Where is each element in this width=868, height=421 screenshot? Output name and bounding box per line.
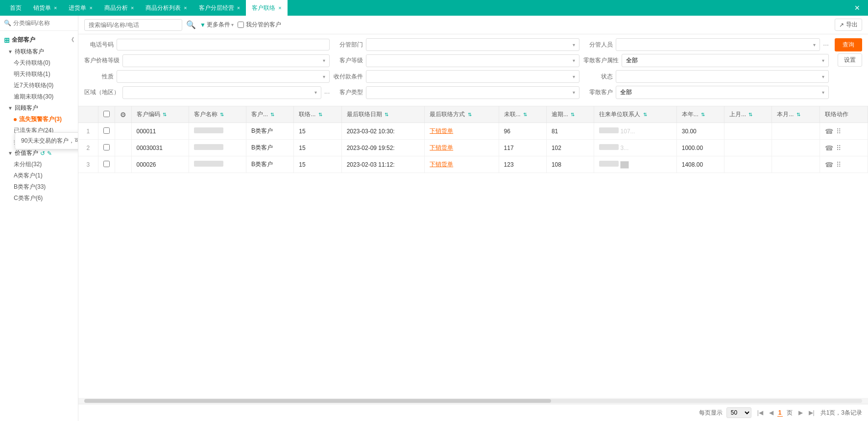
filter-customer-grade-select[interactable]: ▾ [366,54,579,67]
filter-scatter-attr-select[interactable]: 全部▾ [622,54,829,67]
sort-date-icon[interactable]: ⇅ [385,112,388,117]
sort-uncontact-icon[interactable]: ⇅ [523,112,527,117]
my-customer-filter[interactable]: 我分管的客户 [238,21,281,29]
filter-dept-label: 分管部门 [334,41,363,49]
nav-home[interactable]: 首页 [4,0,27,16]
more-filter-button[interactable]: ▼ 更多条件 ▾ [200,21,234,29]
filter-region-select[interactable]: ▾ [122,86,321,99]
sidebar-item-churn-warning[interactable]: 流失预警客户(3) [8,114,74,125]
filter-payment-select[interactable]: ▾ [366,70,579,83]
cell-name [189,156,246,173]
nav-customer-contact[interactable]: 客户联络 × [246,0,287,16]
sort-name-icon[interactable]: ⇅ [220,112,224,117]
action-phone-icon[interactable]: ☎ [825,127,833,135]
sort-method-icon[interactable]: ⇅ [468,112,472,117]
settings-button[interactable]: 设置 [838,53,862,67]
my-customer-checkbox[interactable] [238,22,244,28]
sidebar-item-today[interactable]: 今天待联络(0) [8,57,74,69]
scrollbar-track[interactable] [84,399,862,403]
refresh-icon[interactable]: ↺ [40,150,45,157]
cell-type: B类客户 [246,123,293,140]
cell-overdue: 108 [546,156,594,173]
filter-nature-select[interactable]: ▾ [117,70,330,83]
action-more-icon[interactable]: ⠿ [836,161,841,169]
sort-month-icon[interactable]: ⇅ [796,112,800,117]
filter-icon: ▼ [200,22,206,28]
filter-person-more[interactable]: ··· [823,41,829,49]
sort-code-icon[interactable]: ⇅ [163,112,167,117]
window-close-button[interactable]: ✕ [850,4,864,12]
query-button[interactable]: 查询 [835,38,862,51]
sidebar-group-review-title[interactable]: ▼ 回顾客户 [8,102,74,114]
sort-type-icon[interactable]: ⇅ [270,112,274,117]
filter-person-select[interactable]: ▾ [616,38,820,51]
sort-overdue-icon[interactable]: ⇅ [571,112,575,117]
cell-checkbox[interactable] [98,123,115,140]
search-input[interactable] [84,19,182,31]
nav-close-sales[interactable]: × [54,5,57,11]
filter-region-more[interactable]: ··· [324,89,330,97]
nav-close-analysis[interactable]: × [131,5,134,11]
sort-person-icon[interactable]: ⇅ [643,112,647,117]
first-page-button[interactable]: |◀ [755,408,765,417]
gear-icon[interactable]: ⚙ [120,111,126,119]
nav-sales-order[interactable]: 销货单 × [27,0,63,16]
action-phone-icon[interactable]: ☎ [825,161,833,169]
sidebar-all-customers[interactable]: ⊞ 全部客户 《 [4,34,74,46]
cell-last-month [724,140,772,156]
cell-last-method[interactable]: 下销货单 [425,140,499,156]
filter-scatter-select[interactable]: 全部▾ [616,86,829,99]
sidebar-item-class-b[interactable]: B类客户(33) [8,181,74,193]
col-action: 联络动作 [820,106,868,123]
last-page-button[interactable]: ▶| [807,408,817,417]
export-button[interactable]: ↗ 导出 [835,19,862,31]
row-checkbox[interactable] [103,144,110,150]
sort-year-icon[interactable]: ⇅ [701,112,705,117]
scrollbar-thumb[interactable] [84,399,551,403]
search-button[interactable]: 🔍 [186,20,196,29]
sort-lmonth-icon[interactable]: ⇅ [748,112,752,117]
filter-price-grade-select[interactable]: ▾ [122,54,330,67]
nav-close-purchase[interactable]: × [89,5,92,11]
filter-dept: 分管部门 ▾ [334,38,579,51]
sidebar-item-overdue[interactable]: 逾期未联络(30) [8,91,74,102]
action-more-icon[interactable]: ⠿ [836,144,841,152]
edit-icon[interactable]: ✎ [47,150,52,157]
nav-product-list[interactable]: 商品分析列表 × [140,0,193,16]
nav-close-tier[interactable]: × [237,5,240,11]
cell-last-method[interactable]: 下销货单 [425,156,499,173]
prev-page-button[interactable]: ◀ [767,408,775,417]
nav-close-list[interactable]: × [184,5,187,11]
nav-product-analysis[interactable]: 商品分析 × [98,0,140,16]
filter-customer-type-select[interactable]: ▾ [366,86,579,99]
cell-checkbox[interactable] [98,140,115,156]
cell-name [189,140,246,156]
cell-checkbox[interactable] [98,156,115,173]
sidebar-item-7days[interactable]: 近7天待联络(0) [8,80,74,91]
action-phone-icon[interactable]: ☎ [825,144,833,152]
row-checkbox[interactable] [103,127,110,134]
sidebar-item-tomorrow[interactable]: 明天待联络(1) [8,69,74,80]
filter-dept-select[interactable]: ▾ [366,38,579,51]
sidebar-search-input[interactable] [13,20,78,26]
cell-last-method[interactable]: 下销货单 [425,123,499,140]
page-size-select[interactable]: 50 100 [726,407,751,418]
pagination: |◀ ◀ 1 页 ▶ ▶| [755,408,817,417]
sort-contact-icon[interactable]: ⇅ [318,112,322,117]
page-size-label: 每页显示 [699,409,723,417]
col-type: 客户... ⇅ [246,106,293,123]
sidebar-item-class-c[interactable]: C类客户(6) [8,193,74,204]
sidebar-group-pending-title[interactable]: ▼ 待联络客户 [8,46,74,57]
nav-close-contact[interactable]: × [278,5,281,11]
row-checkbox[interactable] [103,161,110,167]
sidebar-item-class-a[interactable]: A类客户(1) [8,170,74,181]
filter-phone-input[interactable] [117,39,330,50]
nav-purchase-order[interactable]: 进货单 × [63,0,98,16]
sidebar-item-ungrouped[interactable]: 未分组(32) [8,159,74,170]
filter-status-select[interactable]: ▾ [616,70,829,83]
nav-customer-tier[interactable]: 客户分层经营 × [193,0,246,16]
select-all-checkbox[interactable] [103,111,110,117]
horizontal-scrollbar[interactable] [78,398,868,404]
action-more-icon[interactable]: ⠿ [836,127,841,135]
next-page-button[interactable]: ▶ [796,408,805,417]
